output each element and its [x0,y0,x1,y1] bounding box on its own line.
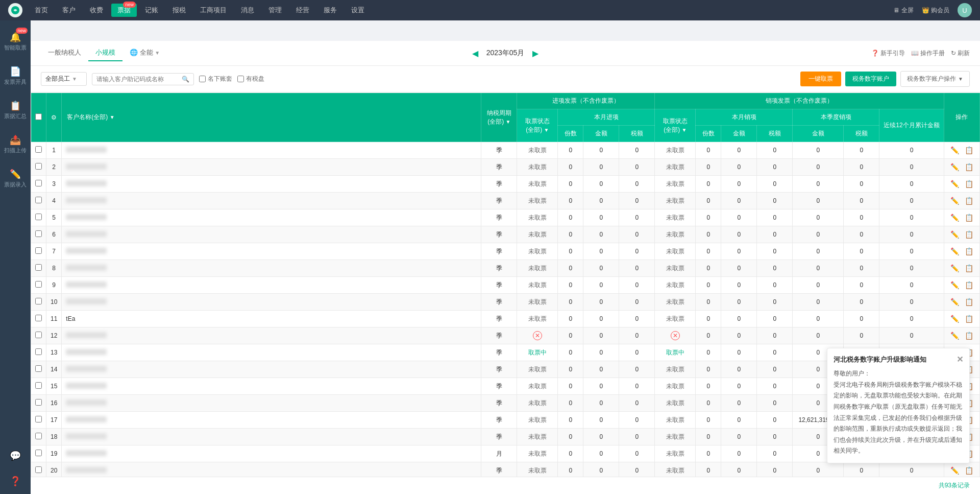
nav-accounting[interactable]: 记账 [139,4,164,17]
copy-btn[interactable]: 📋 [963,145,975,155]
copy-btn[interactable]: 📋 [963,331,975,341]
user-avatar[interactable]: U [958,3,972,17]
employee-select[interactable]: 全部员工 ▼ [41,72,87,86]
row-checkbox[interactable] [35,433,42,439]
xx-status-header[interactable]: 取票状态(全部) ▼ [655,109,696,142]
sidebar-item-ticket-summary[interactable]: 📋 票据汇总 [0,93,31,127]
next-month-btn[interactable]: ▶ [528,48,543,59]
row-checkbox[interactable] [35,298,42,304]
edit-btn[interactable]: ✏️ [948,162,961,172]
edit-btn[interactable]: ✏️ [948,297,961,307]
row-checkbox[interactable] [35,382,42,389]
edit-btn[interactable]: ✏️ [948,145,961,155]
nav-home[interactable]: 首页 [29,4,54,17]
action-cell: ✏️ 📋 [944,226,979,243]
row-checkbox[interactable] [35,146,42,153]
row-checkbox[interactable] [35,416,42,422]
edit-btn[interactable]: ✏️ [948,263,961,273]
edit-btn[interactable]: ✏️ [948,179,961,189]
edit-btn[interactable]: ✏️ [948,196,961,206]
nav-manage[interactable]: 管理 [262,4,288,17]
row-checkbox[interactable] [35,315,42,321]
edit-btn[interactable]: ✏️ [948,280,961,290]
tab-general-taxpayer[interactable]: 一般纳税人 [41,45,88,61]
row-checkbox[interactable] [35,281,42,288]
record-count[interactable]: 共93条记录 [939,482,970,489]
nav-tax[interactable]: 报税 [166,4,192,17]
manual-btn[interactable]: 📖 操作手册 [911,49,945,58]
row-checkbox[interactable] [35,264,42,271]
row-checkbox[interactable] [35,399,42,406]
copy-btn[interactable]: 📋 [963,213,975,223]
nav-fee[interactable]: 收费 [84,4,109,17]
row-checkbox[interactable] [35,163,42,170]
uncollected-status: 未取票 [528,315,547,322]
tax-digital-btn[interactable]: 税务数字账户 [845,72,896,86]
nav-operation[interactable]: 经营 [290,4,315,17]
copy-btn[interactable]: 📋 [963,314,975,324]
select-all-checkbox[interactable] [35,113,42,120]
tax-ops-btn[interactable]: 税务数字账户操作 ▼ [900,71,970,87]
edit-btn[interactable]: ✏️ [948,331,961,341]
copy-btn[interactable]: 📋 [963,280,975,290]
guide-btn[interactable]: ❓ 新手引导 [871,49,905,58]
subledger-checkbox[interactable] [199,76,206,82]
customer-name-header[interactable]: 客户名称(全部) ▼ [62,93,481,142]
search-icon[interactable]: 🔍 [182,76,189,83]
row-checkbox[interactable] [35,450,42,456]
jdxx-amount-cell: 0 [793,142,844,159]
edit-btn[interactable]: ✏️ [948,314,961,324]
messages-icon: 💬 [10,450,21,461]
copy-btn[interactable]: 📋 [963,465,975,476]
tax-cycle-header[interactable]: 纳税周期(全部) ▼ [481,93,517,142]
copy-btn[interactable]: 📋 [963,196,975,206]
cycle-cell: 季 [481,311,517,327]
sidebar-item-messages[interactable]: 💬 [0,443,31,468]
row-checkbox[interactable] [35,332,42,338]
jx-status-header[interactable]: 取票状态(全部) ▼ [517,109,558,142]
nav-settings[interactable]: 设置 [345,4,371,17]
nav-message[interactable]: 消息 [235,4,260,17]
taxdisk-checkbox[interactable] [237,76,244,82]
edit-btn[interactable]: ✏️ [948,465,961,476]
row-checkbox[interactable] [35,247,42,254]
row-checkbox[interactable] [35,230,42,237]
sidebar-item-smart-ticket[interactable]: 🔔 智能取票 new [0,25,31,59]
nav-service[interactable]: 服务 [317,4,343,17]
row-num-cell: 13 [46,344,62,361]
edit-btn[interactable]: ✏️ [948,229,961,240]
edit-btn[interactable]: ✏️ [948,246,961,256]
row-checkbox[interactable] [35,365,42,372]
copy-btn[interactable]: 📋 [963,229,975,240]
popup-close-btn[interactable]: ✕ [957,355,963,364]
row-checkbox[interactable] [35,180,42,186]
copy-btn[interactable]: 📋 [963,162,975,172]
xx-amount-cell: 0 [721,176,757,193]
prev-month-btn[interactable]: ◀ [468,48,482,59]
copy-btn[interactable]: 📋 [963,263,975,273]
row-checkbox[interactable] [35,466,42,473]
edit-btn[interactable]: ✏️ [948,213,961,223]
copy-btn[interactable]: 📋 [963,246,975,256]
nav-ticket[interactable]: 票据 new [111,4,137,17]
sidebar-item-help[interactable]: ❓ [0,468,31,494]
row-checkbox[interactable] [35,348,42,355]
quick-collect-btn[interactable]: 一键取票 [800,72,841,86]
row-checkbox[interactable] [35,214,42,220]
monthly-income-header: 本月进项 [558,109,655,126]
row-checkbox[interactable] [35,197,42,203]
sidebar-item-ticket-entry[interactable]: ✏️ 票据录入 [0,161,31,196]
tab-small-scale[interactable]: 小规模 [88,45,122,61]
nav-customer[interactable]: 客户 [56,4,82,17]
sidebar-item-invoice-issue[interactable]: 📄 发票开具 [0,59,31,93]
fullscreen-btn[interactable]: 🖥 全屏 [893,6,913,15]
sidebar-item-scan-upload[interactable]: 📤 扫描上传 [0,127,31,161]
customer-search-input[interactable] [96,76,180,83]
tab-all-capable[interactable]: 🌐 全能 ▼ [122,45,167,61]
membership-btn[interactable]: 👑 购会员 [922,6,949,15]
uncollected-status: 未取票 [666,433,684,440]
copy-btn[interactable]: 📋 [963,297,975,307]
nav-business[interactable]: 工商项目 [194,4,233,17]
copy-btn[interactable]: 📋 [963,179,975,189]
refresh-btn[interactable]: ↻ 刷新 [951,49,970,58]
